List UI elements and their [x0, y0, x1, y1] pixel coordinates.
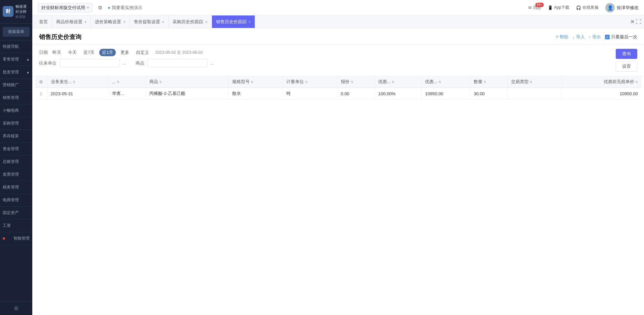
- col-tx-type-sort[interactable]: 交易类型 ⇅: [511, 79, 532, 85]
- tab-sale-price[interactable]: 售价提取设置 ×: [130, 15, 169, 28]
- sidebar-item-tax[interactable]: 税务管理: [0, 181, 32, 194]
- col-price: 报价 ⇅: [337, 76, 374, 88]
- col-goods-sort[interactable]: 商品 ⇅: [149, 79, 162, 85]
- sidebar-item-ecommerce[interactable]: 电商管理: [0, 194, 32, 207]
- version-selector-text: 好业财标准版交付试用: [41, 5, 85, 11]
- tab-purchase-strategy-close-icon[interactable]: ×: [123, 20, 125, 24]
- help-button[interactable]: ? 帮助: [556, 34, 568, 40]
- col-extra-sort-icon: ⇅: [117, 80, 119, 84]
- date-more[interactable]: 更多: [118, 49, 131, 56]
- settings-button[interactable]: 设置: [616, 61, 637, 72]
- user-info[interactable]: 👤 徐泽华修改: [605, 3, 639, 12]
- col-biz-date-sort-icon: ⇅: [73, 80, 75, 84]
- date-custom[interactable]: 自定义: [134, 49, 151, 56]
- page-content: 销售历史价查询 ? 帮助 ↓ 导入 ↑ 导出 只看最后一次: [32, 28, 644, 315]
- partner-input[interactable]: [59, 59, 120, 67]
- col-notax-price-sort[interactable]: 优惠前无税单价 ⇅: [604, 79, 638, 85]
- user-name: 徐泽华修改: [617, 5, 639, 11]
- col-spec-sort-icon: ⇅: [251, 80, 253, 84]
- only-last-checkbox[interactable]: [605, 35, 610, 39]
- tab-home[interactable]: 首页: [35, 15, 52, 28]
- import-button[interactable]: ↓ 导入: [572, 34, 585, 40]
- goods-input-group: ...: [147, 59, 214, 67]
- tab-maximize-button[interactable]: ⛶: [636, 19, 641, 25]
- export-button[interactable]: ↑ 导出: [589, 34, 601, 40]
- sidebar-item-invoice[interactable]: 发票管理: [0, 168, 32, 181]
- col-biz-date-sort[interactable]: 业务发生... ⇅: [51, 79, 76, 85]
- page-header: 销售历史价查询 ? 帮助 ↓ 导入 ↑ 导出 只看最后一次: [32, 28, 644, 45]
- sidebar-item-retail[interactable]: 零售管理 ▲: [0, 53, 32, 66]
- col-tx-type-sort-icon: ⇅: [530, 80, 532, 84]
- tab-close-window-button[interactable]: ✕: [630, 19, 635, 25]
- sidebar-settings-button[interactable]: ⚙: [14, 305, 19, 312]
- smart-dot-icon: [3, 237, 5, 240]
- sidebar-item-wholesale[interactable]: 批发管理 ▲: [0, 66, 32, 79]
- row-discount2: 10950.00: [422, 88, 470, 100]
- partner-dots-button[interactable]: ...: [122, 61, 126, 66]
- date-yesterday[interactable]: 昨天: [50, 49, 63, 56]
- date-last7[interactable]: 近7天: [81, 49, 97, 56]
- col-discount2-sort[interactable]: 优惠... ⇅: [425, 79, 441, 85]
- goods-dots-button[interactable]: ...: [210, 61, 214, 66]
- col-qty-sort[interactable]: 数量 ⇅: [474, 79, 486, 85]
- col-tx-type: 交易类型 ⇅: [508, 76, 562, 88]
- col-discount1: 优惠... ⇅: [375, 76, 422, 88]
- col-spec-sort[interactable]: 规格型号 ⇅: [232, 79, 253, 85]
- col-extra-sort[interactable]: ... ⇅: [112, 79, 119, 84]
- search-menu-button[interactable]: 搜索菜单: [3, 27, 30, 37]
- col-price-sort[interactable]: 报价 ⇅: [341, 79, 353, 85]
- tabs-controls: ✕ ⛶: [628, 19, 644, 25]
- message-button[interactable]: ✉ 消息 99+: [528, 5, 541, 10]
- tab-purchase-strategy[interactable]: 进价策略设置 ×: [91, 15, 130, 28]
- row-qty: 30.00: [470, 88, 507, 100]
- sidebar-item-sales[interactable]: 销售管理: [0, 92, 32, 104]
- gear-icon[interactable]: ⚙: [39, 79, 43, 84]
- online-service-button[interactable]: 🎧 在线客服: [576, 5, 599, 10]
- sidebar-item-marketing[interactable]: 营销推广: [0, 79, 32, 92]
- date-range-display: 2023-05-02 至 2023-06-02: [155, 50, 203, 56]
- tab-sale-history-close-icon[interactable]: ×: [249, 20, 251, 24]
- tab-purchase-history-close-icon[interactable]: ×: [205, 20, 207, 24]
- col-goods-sort-icon: ⇅: [159, 80, 162, 84]
- sidebar-item-quick-nav[interactable]: 快捷导航: [0, 40, 32, 53]
- tab-price[interactable]: 商品价格设置 ×: [52, 15, 91, 28]
- retail-arrow-icon: ▲: [26, 58, 30, 61]
- date-last1m[interactable]: 近1月: [99, 49, 116, 56]
- sidebar-item-finance[interactable]: 资金管理: [0, 143, 32, 155]
- tab-sale-history-label: 销售历史价跟踪: [216, 19, 247, 25]
- demo-play-icon: ●: [108, 5, 110, 10]
- goods-input[interactable]: [147, 59, 208, 67]
- query-button[interactable]: 查询: [616, 49, 637, 59]
- app-download-icon: 📱: [548, 5, 553, 10]
- tab-purchase-history-label: 采购历史价跟踪: [173, 19, 203, 25]
- col-gear[interactable]: ⚙: [35, 76, 47, 88]
- col-unit-sort[interactable]: 计量单位 ⇅: [286, 79, 308, 85]
- demo-link[interactable]: ● 我要看实例演示: [108, 5, 142, 11]
- row-num: 1: [35, 88, 47, 100]
- tab-sale-history[interactable]: 销售历史价跟踪 ×: [212, 15, 255, 28]
- sidebar-item-ecommerce-small[interactable]: 小畅电商: [0, 104, 32, 117]
- col-discount1-sort[interactable]: 优惠... ⇅: [378, 79, 394, 85]
- row-price: 0.00: [337, 88, 374, 100]
- export-icon: ↑: [589, 35, 591, 40]
- tab-purchase-history[interactable]: 采购历史价跟踪 ×: [169, 15, 212, 28]
- sidebar-item-purchase[interactable]: 采购管理: [0, 117, 32, 130]
- sidebar-item-inventory[interactable]: 库存核算: [0, 130, 32, 143]
- only-last-checkbox-label[interactable]: 只看最后一次: [605, 34, 637, 40]
- partner-filter-label: 往来单位: [39, 60, 57, 66]
- tab-price-label: 商品价格设置: [56, 19, 82, 25]
- tab-price-close-icon[interactable]: ×: [84, 20, 86, 24]
- row-spec: 散水: [228, 88, 283, 100]
- sidebar-item-general-ledger[interactable]: 总账管理: [0, 155, 32, 168]
- sidebar-item-smart[interactable]: 智能管理: [0, 232, 32, 245]
- version-selector[interactable]: 好业财标准版交付试用 ▾: [38, 3, 93, 12]
- sidebar-item-fixed-assets[interactable]: 固定资产: [0, 207, 32, 219]
- message-badge: 99+: [535, 3, 544, 7]
- date-today[interactable]: 今天: [66, 49, 79, 56]
- app-download-button[interactable]: 📱 App下载: [548, 5, 569, 10]
- version-selector-chevron-icon: ▾: [87, 6, 89, 9]
- tab-sale-price-close-icon[interactable]: ×: [162, 20, 164, 24]
- row-notax-price: 10950.00: [562, 88, 641, 100]
- topbar-settings-icon[interactable]: ⚙: [98, 5, 102, 11]
- sidebar-item-payroll[interactable]: 工资: [0, 219, 32, 232]
